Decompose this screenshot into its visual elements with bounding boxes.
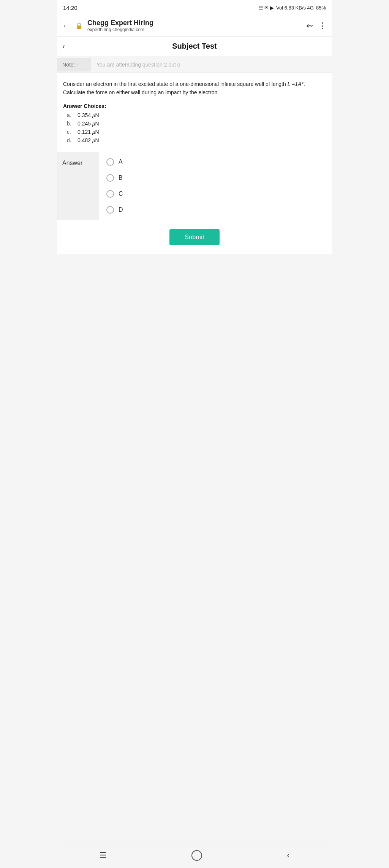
status-bar: 14:20 ☷ ✉ ▶ Vol 6.83 KB/s 4G 85% [57,0,332,15]
browser-url-block: Chegg Expert Hiring experthiring.cheggin… [87,19,302,32]
radio-label-d: D [119,206,123,213]
submit-button[interactable]: Submit [169,229,220,245]
choice-d-letter: d. [67,137,74,143]
browser-url: experthiring.cheggindia.com [87,27,302,32]
answer-options: A B C D [99,152,332,220]
radio-option-a[interactable]: A [106,158,324,166]
radio-circle-c[interactable] [106,190,114,198]
radio-option-d[interactable]: D [106,206,324,214]
more-options-icon[interactable]: ⋮ [318,21,327,31]
note-text: You are attempting question 2 out o [91,58,186,71]
status-icons: ☷ ✉ ▶ [259,5,274,11]
radio-option-b[interactable]: B [106,174,324,182]
radio-label-c: C [119,190,123,197]
browser-bar: ← 🔒 Chegg Expert Hiring experthiring.che… [57,15,332,36]
radio-label-a: A [119,159,123,165]
question-section: Consider an electron in the first excite… [57,73,332,152]
browser-title: Chegg Expert Hiring [87,19,302,27]
choice-d: d. 0.482 μN [67,137,326,143]
choice-a: a. 0.354 μN [67,112,326,118]
radio-label-b: B [119,175,123,181]
choice-c-letter: c. [67,129,74,135]
bottom-nav: ☰ ‹ [57,844,332,868]
nav-menu-button[interactable]: ☰ [99,851,107,860]
share-icon[interactable]: ⇜ [306,21,313,31]
radio-circle-d[interactable] [106,206,114,214]
math-L: L =1A° [288,81,304,87]
submit-area: Submit [57,220,332,254]
radio-option-c[interactable]: C [106,190,324,198]
question-text: Consider an electron in the first excite… [63,80,326,97]
page-title: Subject Test [172,42,217,51]
answer-choices-list: a. 0.354 μN b. 0.245 μN c. 0.121 μN d. 0… [63,112,326,143]
radio-circle-a[interactable] [106,158,114,166]
battery-level: 85% [316,5,326,11]
choice-b-letter: b. [67,121,74,127]
radio-circle-b[interactable] [106,174,114,182]
answer-section: Answer A B C D [57,152,332,220]
note-label: Note: - [57,58,91,71]
choice-b: b. 0.245 μN [67,121,326,127]
status-right: ☷ ✉ ▶ Vol 6.83 KB/s 4G 85% [259,5,326,11]
browser-back-button[interactable]: ← [62,21,71,31]
page-back-button[interactable]: ‹ [62,42,65,51]
lock-icon: 🔒 [75,22,83,29]
answer-label: Answer [57,152,99,220]
page-header: ‹ Subject Test [57,36,332,56]
network-info: Vol 6.83 KB/s 4G [276,5,314,11]
note-bar: Note: - You are attempting question 2 ou… [57,56,332,73]
choice-a-value: 0.354 μN [77,112,99,118]
choice-c-value: 0.121 μN [77,129,99,135]
status-time: 14:20 [63,5,77,11]
nav-back-button[interactable]: ‹ [287,851,289,860]
choice-b-value: 0.245 μN [77,121,99,127]
browser-actions: ⇜ ⋮ [306,21,327,31]
choice-c: c. 0.121 μN [67,129,326,135]
choice-a-letter: a. [67,112,74,118]
choice-d-value: 0.482 μN [77,137,99,143]
nav-home-button[interactable] [191,850,202,861]
answer-choices-label: Answer Choices: [63,103,326,109]
